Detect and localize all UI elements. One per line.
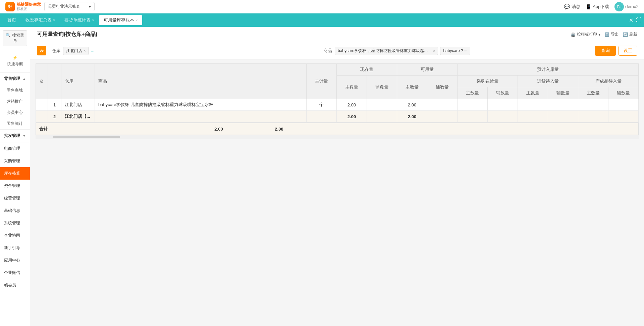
sidebar-item-system[interactable]: 系统管理 <box>0 217 30 229</box>
table-scrollbar[interactable] <box>36 135 639 139</box>
tab-home[interactable]: 首页 <box>3 15 21 25</box>
search-menu-btn[interactable]: 🔍 搜索菜单 <box>3 30 27 46</box>
footer-available-main: 2.00 <box>264 127 294 132</box>
top-bar-right: 💬 消息 📱 App下载 Ea demo2 <box>564 2 639 11</box>
sidebar-item-retail-mall[interactable]: 零售商城 <box>0 85 30 96</box>
sidebar-item-finance[interactable]: 资金管理 <box>0 180 30 192</box>
product-tag-1[interactable]: babycare学饮杯 儿童防摔防撞吸管杯重力球吸嘴杯宝宝水杯 × <box>335 47 438 55</box>
th-inbound-aux: 辅数量 <box>548 87 578 99</box>
table-row: 1江北门店babycare学饮杯 儿童防摔防撞吸管杯重力球吸嘴杯宝宝水杯个2.0… <box>36 99 639 111</box>
sidebar-item-wholesale-mgmt[interactable]: 批发管理 ▼ <box>0 130 30 142</box>
table-row: 2江北门店【...2.002.00 <box>36 111 639 123</box>
print-btn[interactable]: 🖨️ 按模板打印 ▾ <box>571 32 600 37</box>
filter-actions: 查询 设置 <box>595 46 637 56</box>
th-purchase-aux: 辅数量 <box>488 87 518 99</box>
nav-close-icon[interactable]: ✕ <box>629 17 633 24</box>
logo-icon: 好 <box>5 2 15 11</box>
nav-tabs-right: ✕ ⛶ <box>629 17 641 24</box>
avatar: Ea <box>614 2 624 11</box>
export-btn[interactable]: ⬆️ 导出 <box>604 32 619 37</box>
th-estimated-group: 预计入库量 <box>458 64 639 76</box>
warehouse-tags: 江北门店 × ··· <box>63 47 318 55</box>
page-actions: 🖨️ 按模板打印 ▾ ⬆️ 导出 🔄 刷新 <box>571 32 637 37</box>
logo-area: 好 畅捷通好生意 标准版 <box>5 2 41 11</box>
product-tag-1-remove[interactable]: × <box>433 49 435 53</box>
sidebar-item-purchase[interactable]: 采购管理 <box>0 155 30 167</box>
th-inbound-group: 进货待入量 <box>518 76 578 87</box>
settings-button[interactable]: 设置 <box>619 46 637 56</box>
sidebar-item-retail-mgmt[interactable]: 零售管理 ▲ <box>0 73 30 85</box>
product-label: 商品 <box>323 48 332 54</box>
nav-tabs: 首页 收发存汇总表 × 要货单统计表 × 可用量库存账本 × ✕ ⛶ <box>0 13 644 27</box>
sidebar-section-wholesale: 批发管理 ▼ <box>0 130 30 142</box>
sidebar-item-ecommerce[interactable]: 电商管理 <box>0 142 30 155</box>
tab-order-stats[interactable]: 要货单统计表 × <box>60 15 99 25</box>
table-container: ⚙ 仓库 商品 主计量 现存量 可用量 预计入库量 主数量 辅数 <box>30 59 644 326</box>
scroll-thumb[interactable] <box>53 136 120 138</box>
sidebar-search: 🔍 搜索菜单 <box>0 27 30 50</box>
query-button[interactable]: 查询 <box>595 46 616 56</box>
tab-order-stats-close[interactable]: × <box>92 18 94 22</box>
sidebar-item-basic-info[interactable]: 基础信息 <box>0 204 30 217</box>
footer-label: 合计 <box>36 123 204 135</box>
refresh-btn[interactable]: 🔄 刷新 <box>623 32 637 37</box>
warehouse-tag-remove[interactable]: × <box>84 49 86 53</box>
th-available-main: 主数量 <box>397 76 427 99</box>
data-table: ⚙ 仓库 商品 主计量 现存量 可用量 预计入库量 主数量 辅数 <box>36 63 639 123</box>
sidebar-item-ops[interactable]: 经营管理 <box>0 192 30 204</box>
top-bar-left: 好 畅捷通好生意 标准版 母婴行业演示账套 ▾ <box>5 2 95 11</box>
warehouse-label: 仓库 <box>52 48 60 54</box>
message-btn[interactable]: 💬 消息 <box>564 4 580 10</box>
footer-current-main: 2.00 <box>204 127 234 132</box>
sidebar-item-enterprise-wx[interactable]: 企业微信 <box>0 267 30 279</box>
sidebar-item-marketing[interactable]: 营销推广 <box>0 96 30 107</box>
tab-income-expense-close[interactable]: × <box>53 18 55 22</box>
sidebar-item-member[interactable]: 畅会员 <box>0 279 30 291</box>
warehouse-tag[interactable]: 江北门店 × <box>63 47 89 55</box>
filter-bar: ≫ 仓库 江北门店 × ··· 商品 babycare学饮杯 儿童防摔防撞吸管杯… <box>30 42 644 59</box>
sidebar-item-new-guide[interactable]: 新手引导 <box>0 242 30 254</box>
nav-expand-icon[interactable]: ⛶ <box>636 17 641 23</box>
th-product: 商品 <box>95 64 307 99</box>
main-layout: 🔍 搜索菜单 ⚡ 快捷导航 零售管理 ▲ 零售商城 营销推广 会员中心 <box>0 27 644 326</box>
th-inbound-main: 主数量 <box>518 87 548 99</box>
th-gear: ⚙ <box>36 64 48 99</box>
filter-group-product: 商品 babycare学饮杯 儿童防摔防撞吸管杯重力球吸嘴杯宝宝水杯 × bab… <box>323 47 590 55</box>
sidebar: 🔍 搜索菜单 ⚡ 快捷导航 零售管理 ▲ 零售商城 营销推广 会员中心 <box>0 27 30 326</box>
filter-group-warehouse: 仓库 江北门店 × ··· <box>52 47 318 55</box>
app-download-btn[interactable]: 📱 App下载 <box>586 4 609 10</box>
sidebar-item-quick-nav[interactable]: ⚡ 快捷导航 <box>0 53 30 69</box>
tab-available-stock-close[interactable]: × <box>136 18 138 22</box>
warehouse-more[interactable]: ··· <box>91 48 94 53</box>
page-header: 可用量查询(按仓库+商品) 🖨️ 按模板打印 ▾ ⬆️ 导出 🔄 刷新 <box>30 27 644 42</box>
th-available-group: 可用量 <box>397 64 458 76</box>
th-purchase-group: 采购在途量 <box>458 76 518 87</box>
user-menu[interactable]: Ea demo2 <box>614 2 639 11</box>
sidebar-item-retail-stats[interactable]: 零售统计 <box>0 118 30 129</box>
th-no <box>48 64 61 99</box>
th-current-main: 主数量 <box>337 76 367 99</box>
product-tag-2[interactable]: babycare？··· <box>440 47 470 55</box>
th-production-main: 主数量 <box>578 87 608 99</box>
content-area: 可用量查询(按仓库+商品) 🖨️ 按模板打印 ▾ ⬆️ 导出 🔄 刷新 ≫ <box>30 27 644 326</box>
table-footer: 合计 2.00 2.00 <box>36 123 639 135</box>
industry-selector[interactable]: 母婴行业演示账套 ▾ <box>44 2 95 11</box>
logo-text: 畅捷通好生意 标准版 <box>17 2 41 11</box>
th-warehouse: 仓库 <box>61 64 95 99</box>
th-unit: 主计量 <box>307 64 337 99</box>
th-production-group: 产成品待入量 <box>578 76 639 87</box>
th-purchase-main: 主数量 <box>458 87 488 99</box>
sidebar-item-app-center[interactable]: 应用中心 <box>0 254 30 267</box>
top-bar: 好 畅捷通好生意 标准版 母婴行业演示账套 ▾ 💬 消息 📱 App下载 Ea … <box>0 0 644 13</box>
sidebar-item-member-center[interactable]: 会员中心 <box>0 107 30 118</box>
th-current-aux: 辅数量 <box>367 76 397 99</box>
tab-available-stock[interactable]: 可用量库存账本 × <box>99 15 142 25</box>
filter-expand-btn[interactable]: ≫ <box>37 46 46 55</box>
sidebar-item-inventory[interactable]: 库存核算 <box>0 167 30 180</box>
sidebar-section-retail: 零售管理 ▲ 零售商城 营销推广 会员中心 零售统计 <box>0 73 30 130</box>
sidebar-item-enterprise-coop[interactable]: 企业协同 <box>0 229 30 242</box>
sidebar-nav: ⚡ 快捷导航 <box>0 50 30 73</box>
gear-icon[interactable]: ⚙ <box>40 79 44 84</box>
tab-income-expense[interactable]: 收发存汇总表 × <box>21 15 60 25</box>
th-production-aux: 辅数量 <box>608 87 639 99</box>
